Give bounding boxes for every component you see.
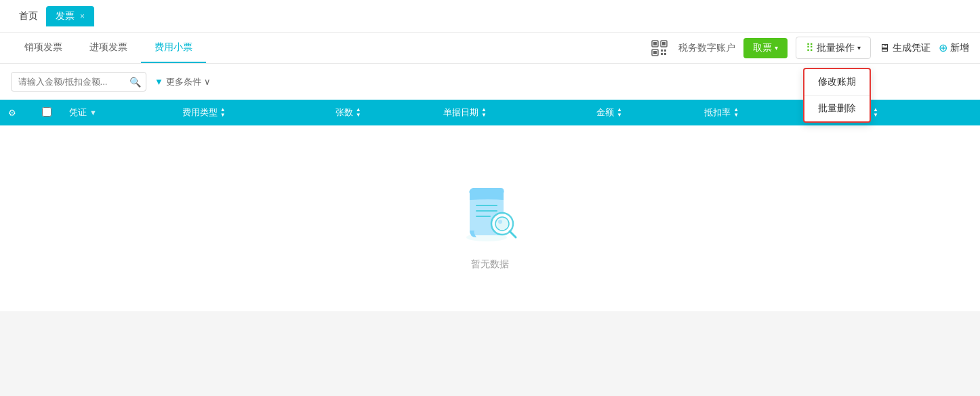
tab-sales[interactable]: 销项发票: [11, 33, 76, 63]
batch-op-icon: ⠿: [806, 41, 814, 54]
take-ticket-button[interactable]: 取票 ▾: [743, 38, 788, 58]
th-voucher: 凭证 ▼: [61, 100, 174, 125]
more-conditions-button[interactable]: ▼ 更多条件 ∨: [155, 76, 211, 88]
add-button[interactable]: ⊕ 新增: [939, 41, 969, 54]
batch-op-dropdown: 修改账期 批量删除: [803, 68, 871, 123]
svg-point-17: [498, 220, 502, 224]
sort-amount-icon: ▲▼: [617, 107, 622, 118]
th-date[interactable]: 单据日期 ▲▼: [435, 100, 588, 125]
add-icon: ⊕: [939, 41, 947, 54]
search-input[interactable]: [11, 72, 146, 92]
active-tab-label: 发票: [56, 10, 75, 22]
sort-date-icon: ▲▼: [481, 107, 487, 118]
th-gear[interactable]: ⚙: [0, 100, 34, 125]
batch-delete-item[interactable]: 批量删除: [804, 96, 870, 121]
qr-code-button[interactable]: [649, 37, 670, 59]
tab-purchase[interactable]: 进项发票: [76, 33, 141, 63]
gen-voucher-button[interactable]: 🖥 生成凭证: [879, 42, 931, 54]
tab-expense[interactable]: 费用小票: [141, 33, 206, 63]
empty-state-text: 暂无数据: [471, 258, 509, 271]
search-wrap: 🔍: [11, 72, 146, 92]
svg-line-16: [510, 231, 516, 237]
svg-rect-1: [653, 42, 657, 45]
sub-tabs-left: 销项发票 进项发票 费用小票: [11, 33, 206, 63]
tax-account-button[interactable]: 税务数字账户: [678, 42, 735, 54]
batch-op-button[interactable]: ⠿ 批量操作 ▾: [796, 37, 871, 59]
empty-state-icon: [449, 180, 531, 248]
home-tab[interactable]: 首页: [11, 10, 46, 22]
th-check[interactable]: [34, 100, 61, 125]
page-content: 销项发票 进项发票 费用小票: [0, 33, 980, 311]
select-all-checkbox[interactable]: [42, 107, 52, 117]
svg-rect-9: [664, 53, 666, 55]
take-ticket-chevron-icon: ▾: [775, 44, 778, 52]
sub-tabs-bar: 销项发票 进项发票 费用小票: [0, 33, 980, 64]
gear-icon: ⚙: [8, 108, 16, 118]
search-icon[interactable]: 🔍: [129, 77, 141, 87]
voucher-filter-icon[interactable]: ▼: [89, 108, 97, 117]
sort-deduct-rate-icon: ▲▼: [733, 107, 739, 118]
th-amount[interactable]: 金额 ▲▼: [588, 100, 696, 125]
sort-deduct-amount-icon: ▲▼: [873, 107, 878, 118]
svg-rect-5: [653, 51, 657, 54]
empty-state: 暂无数据: [0, 125, 980, 311]
svg-rect-3: [662, 42, 666, 45]
active-tab[interactable]: 发票 ×: [46, 6, 94, 26]
svg-rect-7: [664, 50, 666, 52]
modify-period-item[interactable]: 修改账期: [804, 69, 870, 96]
sort-expense-type-icon: ▲▼: [220, 107, 226, 118]
svg-point-15: [495, 217, 509, 231]
more-conditions-chevron-icon: ∨: [204, 77, 211, 87]
batch-op-wrap: ⠿ 批量操作 ▾ 修改账期 批量删除: [796, 37, 871, 59]
th-count[interactable]: 张数 ▲▼: [327, 100, 435, 125]
filter-icon: ▼: [155, 77, 163, 87]
svg-rect-8: [661, 53, 663, 55]
svg-rect-6: [661, 50, 663, 52]
batch-op-chevron-icon: ▾: [857, 44, 861, 52]
toolbar-right: 税务数字账户 取票 ▾ ⠿ 批量操作 ▾ 修改账期: [649, 37, 969, 59]
top-nav: 首页 发票 ×: [0, 0, 980, 33]
close-tab-icon[interactable]: ×: [80, 12, 85, 21]
voucher-icon: 🖥: [879, 42, 890, 54]
th-expense-type[interactable]: 费用类型 ▲▼: [174, 100, 327, 125]
sort-count-icon: ▲▼: [356, 107, 361, 118]
